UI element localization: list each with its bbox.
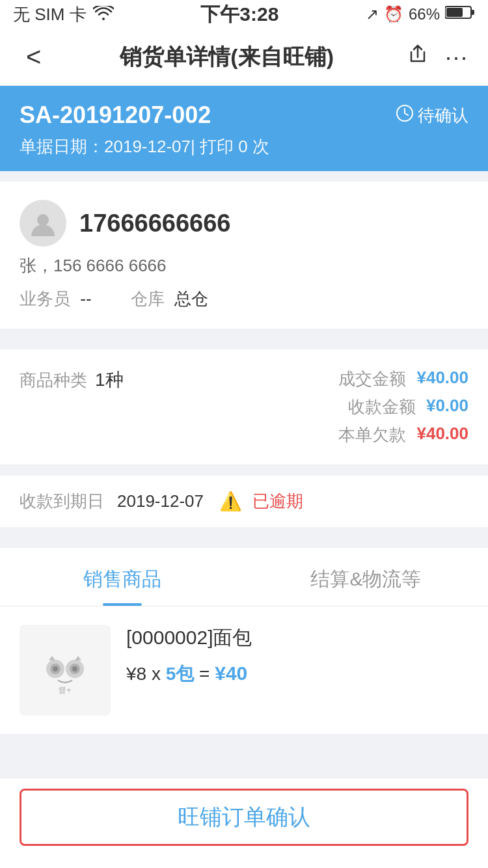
product-info: [0000002]面包 ¥8 x 5包 = ¥40 — [126, 625, 468, 686]
wifi-icon — [93, 5, 114, 25]
amount-label-3: 本单欠款 — [338, 424, 406, 446]
sales-rep-value: -- — [80, 289, 91, 308]
divider-2 — [0, 465, 488, 465]
product-code: [0000002] — [126, 627, 213, 648]
more-icon[interactable]: ··· — [445, 44, 468, 71]
location-icon: ↗ — [366, 5, 379, 23]
warehouse-value: 总仓 — [174, 289, 208, 308]
tab-products[interactable]: 销售商品 — [0, 548, 244, 606]
tabs-section: 销售商品 结算&物流等 督+ [0000002]面包 — [0, 548, 488, 734]
tabs-header: 销售商品 结算&物流等 — [0, 548, 488, 606]
status-text: 待确认 — [418, 104, 468, 127]
warehouse: 仓库 总仓 — [131, 288, 208, 310]
order-header: SA-20191207-002 待确认 单据日期：2019-12-07| 打印 … — [0, 86, 488, 171]
status-right: ↗ ⏰ 66% — [366, 5, 475, 23]
svg-point-10 — [72, 666, 77, 671]
product-multiply: x — [152, 664, 166, 684]
order-status: 待确认 — [396, 104, 468, 127]
customer-phone: 17666666666 — [79, 210, 230, 237]
confirm-order-button[interactable]: 旺铺订单确认 — [20, 789, 468, 846]
order-date: 单据日期：2019-12-07| 打印 0 次 — [20, 135, 468, 158]
status-left: 无 SIM 卡 — [13, 3, 114, 26]
tab-products-label: 销售商品 — [83, 568, 161, 590]
summary-row: 商品种类 1种 成交金额 ¥40.00 收款金额 ¥0.00 本单欠款 ¥40.… — [20, 368, 468, 446]
due-date-label: 收款到期日 — [20, 490, 104, 513]
svg-rect-1 — [471, 10, 474, 15]
bottom-button-container: 旺铺订单确认 — [0, 778, 488, 868]
product-name: [0000002]面包 — [126, 625, 468, 651]
battery-label: 66% — [409, 5, 440, 23]
product-qty: 5包 — [166, 664, 195, 684]
customer-section: 17666666666 张，156 6666 6666 业务员 -- 仓库 总仓 — [0, 182, 488, 329]
status-bar: 无 SIM 卡 下午3:28 ↗ ⏰ 66% — [0, 0, 488, 29]
summary-section: 商品种类 1种 成交金额 ¥40.00 收款金额 ¥0.00 本单欠款 ¥40.… — [0, 349, 488, 465]
svg-point-9 — [53, 666, 58, 671]
product-types-label: 商品种类 — [20, 369, 87, 392]
product-types: 商品种类 1种 — [20, 368, 124, 392]
nav-bar: < 销货单详情(来自旺铺) ··· — [0, 29, 488, 86]
battery-icon — [445, 5, 475, 23]
divider-1 — [0, 329, 488, 339]
product-item: 督+ [0000002]面包 ¥8 x 5包 = ¥40 — [0, 606, 488, 734]
due-date-value: 2019-12-07 — [117, 491, 204, 511]
avatar — [20, 200, 66, 247]
back-button[interactable]: < — [20, 36, 47, 78]
amount-label-1: 成交金额 — [338, 368, 406, 390]
svg-point-4 — [37, 214, 49, 226]
nav-actions: ··· — [406, 43, 468, 72]
amount-value-3: ¥40.00 — [416, 424, 468, 446]
amount-value-2: ¥0.00 — [426, 396, 468, 418]
order-header-top: SA-20191207-002 待确认 — [20, 102, 468, 129]
customer-meta: 业务员 -- 仓库 总仓 — [20, 288, 468, 310]
product-price-row: ¥8 x 5包 = ¥40 — [126, 662, 468, 686]
overdue-warning-icon: ⚠️ — [219, 491, 242, 512]
amount-row-2: 收款金额 ¥0.00 — [348, 396, 468, 418]
clock-icon — [396, 104, 414, 127]
product-total: ¥40 — [215, 662, 247, 684]
status-time: 下午3:28 — [200, 1, 278, 28]
product-image: 督+ — [20, 625, 111, 716]
overdue-badge: 已逾期 — [252, 490, 303, 513]
product-price: ¥8 — [126, 664, 146, 684]
amount-label-2: 收款金额 — [348, 396, 416, 418]
product-types-value: 1种 — [95, 368, 124, 392]
warehouse-label: 仓库 — [131, 289, 165, 308]
sales-rep-label: 业务员 — [20, 289, 70, 308]
product-name-text: 面包 — [213, 627, 252, 648]
product-equals: = — [199, 664, 215, 684]
customer-name: 张，156 6666 6666 — [20, 254, 468, 277]
tab-settlement[interactable]: 结算&物流等 — [244, 548, 488, 606]
amount-row-3: 本单欠款 ¥40.00 — [338, 424, 468, 446]
due-date-section: 收款到期日 2019-12-07 ⚠️ 已逾期 — [0, 476, 488, 527]
divider-3 — [0, 527, 488, 537]
sales-rep: 业务员 -- — [20, 288, 92, 310]
page-title: 销货单详情(来自旺铺) — [120, 42, 334, 72]
amount-row-1: 成交金额 ¥40.00 — [338, 368, 468, 390]
amount-value-1: ¥40.00 — [416, 368, 468, 390]
alarm-icon: ⏰ — [384, 5, 403, 23]
svg-text:督+: 督+ — [59, 686, 71, 695]
order-id: SA-20191207-002 — [20, 102, 211, 129]
svg-rect-2 — [446, 8, 463, 17]
carrier-label: 无 SIM 卡 — [13, 3, 87, 26]
customer-top: 17666666666 — [20, 200, 468, 247]
share-icon[interactable] — [406, 43, 429, 72]
tab-settlement-label: 结算&物流等 — [310, 568, 421, 590]
summary-amounts: 成交金额 ¥40.00 收款金额 ¥0.00 本单欠款 ¥40.00 — [338, 368, 468, 446]
